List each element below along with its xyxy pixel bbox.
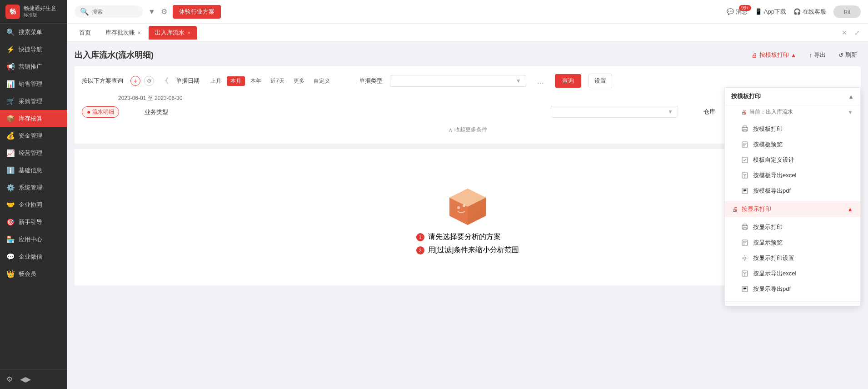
sidebar-item-inventory[interactable]: 📦 库存核算 [0, 110, 67, 127]
sidebar-item-system[interactable]: ⚙️ 系统管理 [0, 179, 67, 196]
user-avatar[interactable]: Rit [833, 5, 861, 18]
tab-expand-button[interactable]: ⤢ [852, 28, 863, 37]
step1-text: 请先选择要分析的方案 [428, 232, 501, 242]
sidebar-item-search[interactable]: 🔍 搜索菜单 [0, 24, 67, 41]
date-7days-button[interactable]: 近7天 [267, 76, 288, 86]
settings-query-button[interactable]: 设置 [589, 74, 612, 88]
export-button[interactable]: ↑ 导出 [806, 49, 830, 61]
operations-icon: 📈 [6, 149, 15, 157]
dropdown-item-template-excel[interactable]: 按模板导出excel [725, 168, 860, 183]
empty-illustration [440, 180, 495, 225]
tab-inout-close[interactable]: × [187, 30, 190, 35]
display-section-title: 按显示打印 [742, 205, 771, 213]
display-settings-icon [741, 254, 748, 262]
sidebar-item-appstore[interactable]: 🏪 应用中心 [0, 231, 67, 248]
sidebar-item-member[interactable]: 👑 畅会员 [0, 265, 67, 283]
dropdown-scroll-area: 按模板打印 ▲ 🖨 当前：出入库流水 ▼ [725, 88, 860, 306]
date-this-year-button[interactable]: 本年 [247, 76, 265, 86]
filter-row-1: 按以下方案查询 + ⚙ 《 单据日期 上月 本月 本年 近7天 更多 自定义 单 [82, 74, 853, 88]
sidebar-item-enterprise[interactable]: 🤝 企业协同 [0, 196, 67, 214]
type-select[interactable]: ▼ [390, 75, 526, 87]
message-button[interactable]: 💬 消息 99+ [727, 8, 748, 16]
refresh-label: 刷新 [845, 51, 857, 59]
print-template-label: 按模板打印 [759, 51, 789, 59]
chevron-down-icon[interactable]: ▼ [148, 8, 155, 16]
dropdown-title: 按模板打印 [731, 92, 761, 100]
sidebar-item-guide[interactable]: 🎯 新手引导 [0, 214, 67, 231]
sidebar-item-finance[interactable]: 💰 资金管理 [0, 127, 67, 145]
sidebar-item-quicknav[interactable]: ⚡ 快捷导航 [0, 41, 67, 58]
settings-bottom-icon[interactable]: ⚙ [6, 375, 13, 384]
purchase-icon: 🛒 [6, 97, 15, 105]
app-download-button[interactable]: 📱 App下载 [755, 8, 786, 16]
dropdown-chevron-up-icon[interactable]: ▲ [848, 93, 854, 100]
logo-badge: 标准版 [24, 12, 56, 18]
search-input[interactable] [92, 9, 137, 15]
current-label-text: 当前：出入库流水 [749, 108, 793, 116]
filter-add-button[interactable]: + [130, 76, 140, 86]
gear-icon[interactable]: ⚙ [161, 7, 167, 16]
topbar-search-box[interactable]: 🔍 [75, 5, 143, 18]
filter-collapse-arrow[interactable]: 《 [161, 76, 169, 86]
finance-icon: 💰 [6, 132, 15, 140]
dropdown-header-icons: ▲ [848, 93, 854, 100]
dropdown-item-display-pdf[interactable]: 按显示导出pdf [725, 281, 860, 297]
sidebar-item-wechat[interactable]: 💬 企业微信 [0, 248, 67, 265]
date-more-button[interactable]: 更多 [290, 76, 308, 86]
refresh-button[interactable]: ↺ 刷新 [835, 49, 861, 61]
date-last-month-button[interactable]: 上月 [207, 76, 225, 86]
search-query-button[interactable]: 查询 [555, 74, 581, 88]
dropdown-item-display-print[interactable]: 按显示打印 [725, 219, 860, 235]
sidebar: 畅 畅捷通好生意 标准版 🔍 搜索菜单 ⚡ 快捷导航 📢 营销推广 📊 销售管理… [0, 0, 67, 389]
sidebar-item-label: 销售管理 [19, 80, 42, 88]
print-dropdown-panel: 按模板打印 ▲ 🖨 当前：出入库流水 ▼ [724, 87, 861, 306]
user-name: Rit [844, 9, 850, 15]
enterprise-icon: 🤝 [6, 201, 15, 209]
dropdown-item-display-excel[interactable]: 按显示导出excel [725, 266, 860, 281]
page-content: 出入库流水(流水明细) 🖨 按模板打印 ▲ ↑ 导出 ↺ 刷新 [67, 42, 868, 389]
dropdown-item-display-settings[interactable]: 按显示打印设置 [725, 250, 860, 266]
tab-batch[interactable]: 库存批次账 × [99, 26, 147, 40]
main-area: 🔍 ▼ ⚙ 体验行业方案 💬 消息 99+ 📱 App下载 🎧 在线客服 Rit [67, 0, 868, 389]
filter-tag-item: ● 流水明细 [82, 106, 119, 118]
message-badge: 99+ [739, 5, 751, 11]
system-icon: ⚙️ [6, 184, 15, 192]
display-excel-icon [741, 270, 748, 277]
tab-home[interactable]: 首页 [73, 26, 97, 40]
business-type-select[interactable]: ▼ [551, 106, 678, 118]
dropdown-item-template-print[interactable]: 按模板打印 [725, 121, 860, 137]
svg-point-5 [463, 204, 465, 207]
tab-batch-close[interactable]: × [138, 30, 140, 35]
display-preview-icon [741, 239, 748, 246]
date-this-month-button[interactable]: 本月 [227, 76, 245, 86]
step2-num: 2 [416, 246, 424, 254]
dropdown-item-template-custom[interactable]: 模板自定义设计 [725, 152, 860, 168]
type-more-button[interactable]: ... [534, 75, 548, 88]
tab-close-all-button[interactable]: ✕ [839, 28, 850, 37]
tab-inout[interactable]: 出入库流水 × [149, 26, 196, 40]
sidebar-item-label: 畅会员 [19, 270, 36, 278]
date-custom-button[interactable]: 自定义 [310, 76, 334, 86]
sidebar-item-sales[interactable]: 📊 销售管理 [0, 75, 67, 93]
print-template-button[interactable]: 🖨 按模板打印 ▲ [748, 49, 800, 61]
sidebar-item-purchase[interactable]: 🛒 采购管理 [0, 93, 67, 110]
set-default-button[interactable]: 设置默认功能 ▼ [725, 304, 860, 306]
dropdown-item-template-pdf[interactable]: 按模板导出pdf [725, 183, 860, 199]
display-section-icon: 🖨 [732, 206, 738, 213]
inventory-icon: 📦 [6, 115, 15, 123]
dropdown-item-template-preview[interactable]: 按模板预览 [725, 137, 860, 152]
business-type-label: 业务类型 [145, 109, 168, 115]
filter-row-spacer: 业务类型 [145, 108, 540, 116]
sidebar-item-operations[interactable]: 📈 经营管理 [0, 145, 67, 162]
template-custom-label: 模板自定义设计 [753, 156, 794, 164]
trial-button[interactable]: 体验行业方案 [173, 5, 221, 19]
app-label: App下载 [764, 8, 786, 16]
dropdown-item-display-preview[interactable]: 按显示预览 [725, 235, 860, 250]
sidebar-item-marketing[interactable]: 📢 营销推广 [0, 58, 67, 75]
display-section-header[interactable]: 🖨 按显示打印 ▲ [725, 201, 860, 217]
online-service-button[interactable]: 🎧 在线客服 [793, 8, 826, 16]
sidebar-item-label: 应用中心 [19, 235, 42, 244]
collapse-icon[interactable]: ◀▶ [20, 375, 31, 384]
filter-settings-button[interactable]: ⚙ [144, 76, 154, 86]
sidebar-item-basic[interactable]: ℹ️ 基础信息 [0, 162, 67, 179]
